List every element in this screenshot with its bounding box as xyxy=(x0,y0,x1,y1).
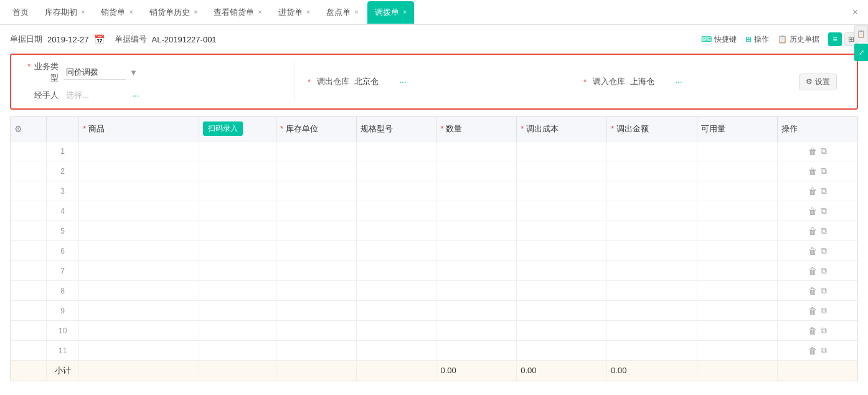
grid-view-icon: ⊞ xyxy=(848,35,854,44)
copy-icon[interactable]: ⧉ xyxy=(821,186,827,196)
person-select[interactable]: 选择... xyxy=(64,88,126,102)
copy-icon[interactable]: ⧉ xyxy=(821,166,827,176)
number-label: 单据编号 xyxy=(115,34,147,45)
row-gear-1 xyxy=(11,141,47,161)
history-btn[interactable]: 📋 历史单据 xyxy=(778,34,819,45)
table-container: ⚙ * 商品 扫码录入 * 库存单位 规格型号 xyxy=(10,116,858,381)
row-product-1[interactable] xyxy=(78,141,199,161)
copy-icon[interactable]: ⧉ xyxy=(821,305,827,316)
copy-icon[interactable]: ⧉ xyxy=(821,226,827,236)
delete-icon[interactable]: 🗑 xyxy=(808,226,817,236)
person-more-btn[interactable]: ··· xyxy=(130,89,142,102)
delete-icon[interactable]: 🗑 xyxy=(808,306,817,316)
row-amount-1[interactable] xyxy=(607,141,697,161)
person-control: 选择... ··· xyxy=(64,88,285,102)
date-label: 单据日期 xyxy=(10,34,42,45)
copy-icon[interactable]: ⧉ xyxy=(821,245,827,256)
sidebar-expand-btn[interactable]: ⤢ xyxy=(854,44,868,61)
transfer-in-section: * 调入仓库 上海仓 ··· ⚙ 设置 xyxy=(573,61,847,102)
row-cost-1[interactable] xyxy=(517,141,607,161)
copy-icon[interactable]: ⧉ xyxy=(821,285,827,296)
copy-icon[interactable]: ⧉ xyxy=(821,325,827,336)
ops-icon: ⊞ xyxy=(745,35,752,44)
delete-icon[interactable]: 🗑 xyxy=(808,286,817,296)
th-product: * 商品 xyxy=(78,117,199,141)
tab-home[interactable]: 首页 xyxy=(5,1,36,24)
tab-close-1[interactable]: × xyxy=(81,9,85,16)
delete-icon[interactable]: 🗑 xyxy=(808,146,817,156)
table-row: 3 🗑⧉ xyxy=(11,181,857,201)
tab-view-sales[interactable]: 查看销货单 × xyxy=(206,1,269,24)
table-row: 8 🗑⧉ xyxy=(11,281,857,301)
row-qty-1[interactable] xyxy=(436,141,517,161)
close-all-tabs[interactable]: × xyxy=(847,4,863,21)
delete-icon[interactable]: 🗑 xyxy=(808,266,817,276)
row-available-1 xyxy=(697,141,777,161)
tab-purchase[interactable]: 进货单 × xyxy=(271,1,318,24)
th-available: 可用量 xyxy=(697,117,777,141)
settings-button[interactable]: ⚙ 设置 xyxy=(799,74,837,90)
tab-close-5[interactable]: × xyxy=(306,9,310,16)
copy-icon[interactable]: ⧉ xyxy=(821,206,827,216)
main-content: 单据日期 2019-12-27 📅 单据编号 AL-20191227-001 ⌨… xyxy=(0,25,868,395)
subtotal-qty: 0.00 xyxy=(436,361,517,381)
transfer-out-value: 北京仓 xyxy=(354,76,392,87)
table-row: 5 🗑⧉ xyxy=(11,221,857,241)
delete-icon[interactable]: 🗑 xyxy=(808,326,817,336)
shortcut-btn[interactable]: ⌨ 快捷键 xyxy=(701,34,737,45)
list-view-icon: ≡ xyxy=(833,35,837,44)
tab-close-6[interactable]: × xyxy=(354,9,358,16)
tab-close-2[interactable]: × xyxy=(129,9,133,16)
business-type-dropdown[interactable]: ▼ xyxy=(130,68,138,77)
transfer-in-value: 上海仓 xyxy=(630,76,668,87)
tab-close-7[interactable]: × xyxy=(403,9,407,16)
transfer-out-label: 调出仓库 xyxy=(317,76,349,87)
transfer-in-label: 调入仓库 xyxy=(593,76,625,87)
table-row: 9 🗑⧉ xyxy=(11,301,857,321)
list-view-btn[interactable]: ≡ xyxy=(828,32,842,46)
tab-transfer[interactable]: 调拨单 × xyxy=(367,1,414,24)
table-row: 6 🗑⧉ xyxy=(11,241,857,261)
th-gear[interactable]: ⚙ xyxy=(11,117,47,141)
copy-icon[interactable]: ⧉ xyxy=(821,345,827,356)
delete-icon[interactable]: 🗑 xyxy=(808,346,817,356)
tab-sales[interactable]: 销货单 × xyxy=(93,1,140,24)
note-icon: 📋 xyxy=(857,30,866,38)
th-qty: * 数量 xyxy=(436,117,517,141)
scan-button[interactable]: 扫码录入 xyxy=(203,121,243,136)
subtotal-amount: 0.00 xyxy=(607,361,697,381)
subtotal-row: 小计 0.00 0.00 0.00 xyxy=(11,361,857,381)
sidebar-note-btn[interactable]: 📋 xyxy=(854,25,868,42)
table-row: 2 🗑⧉ xyxy=(11,161,857,181)
ops-btn[interactable]: ⊞ 操作 xyxy=(745,34,769,45)
person-row: 经手人 选择... ··· xyxy=(21,88,285,102)
row-unit-1[interactable] xyxy=(276,141,356,161)
tab-inventory-init[interactable]: 库存期初 × xyxy=(37,1,92,24)
tab-close-3[interactable]: × xyxy=(194,9,197,16)
table-row: 4 🗑⧉ xyxy=(11,201,857,221)
date-field: 单据日期 2019-12-27 📅 xyxy=(10,34,105,45)
tab-inventory[interactable]: 盘点单 × xyxy=(319,1,366,24)
tab-sales-history[interactable]: 销货单历史 × xyxy=(142,1,205,24)
delete-icon[interactable]: 🗑 xyxy=(808,246,817,256)
table-settings-icon[interactable]: ⚙ xyxy=(14,124,22,134)
date-value: 2019-12-27 xyxy=(47,35,89,44)
tab-bar: 首页 库存期初 × 销货单 × 销货单历史 × 查看销货单 × 进货单 × 盘点… xyxy=(0,0,868,25)
row-spec-1[interactable] xyxy=(356,141,436,161)
calendar-icon[interactable]: 📅 xyxy=(94,34,105,44)
transfer-out-more-btn[interactable]: ··· xyxy=(397,75,409,88)
delete-icon[interactable]: 🗑 xyxy=(808,206,817,216)
delete-icon[interactable]: 🗑 xyxy=(808,186,817,196)
number-field: 单据编号 AL-20191227-001 xyxy=(115,34,217,45)
copy-icon[interactable]: ⧉ xyxy=(821,146,827,156)
copy-icon[interactable]: ⧉ xyxy=(821,265,827,276)
th-spec: 规格型号 xyxy=(356,117,436,141)
th-amount: * 调出金额 xyxy=(607,117,697,141)
row-scan-1 xyxy=(199,141,276,161)
table-row: 10 🗑⧉ xyxy=(11,321,857,341)
row-ops-1: 🗑 ⧉ xyxy=(777,141,857,161)
transfer-in-more-btn[interactable]: ··· xyxy=(672,75,685,88)
business-type-label: * 业务类型 xyxy=(21,61,59,83)
tab-close-4[interactable]: × xyxy=(258,9,262,16)
delete-icon[interactable]: 🗑 xyxy=(808,166,817,176)
